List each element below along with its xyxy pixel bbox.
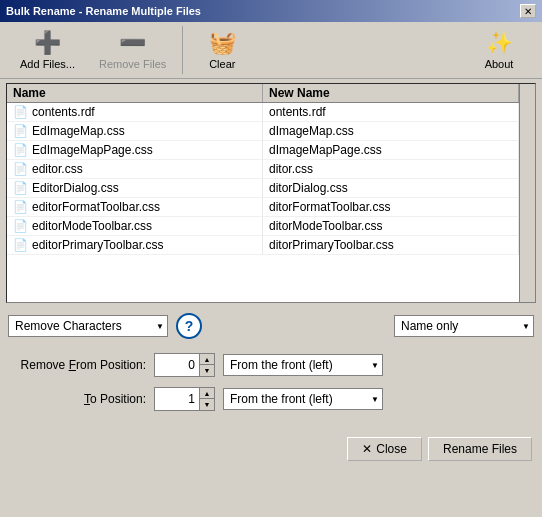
close-icon: ✕ [362, 442, 372, 456]
window-close-button[interactable]: ✕ [520, 4, 536, 18]
to-position-row: To Position: ▲ ▼ From the front (left) F… [16, 387, 526, 411]
remove-from-direction-wrapper: From the front (left) From the back (rig… [223, 354, 383, 376]
close-button[interactable]: ✕ Close [347, 437, 422, 461]
file-new-name-cell: ditorPrimaryToolbar.css [263, 236, 519, 254]
table-row[interactable]: 📄 editorPrimaryToolbar.css ditorPrimaryT… [7, 236, 519, 255]
file-name: editorFormatToolbar.css [32, 200, 160, 214]
file-new-name: dImageMapPage.css [269, 143, 382, 157]
column-header-name: Name [7, 84, 263, 102]
file-name: contents.rdf [32, 105, 95, 119]
about-icon: ✨ [486, 30, 513, 56]
file-icon: 📄 [13, 124, 28, 138]
name-only-select[interactable]: Name only Extension only Name & Extensio… [394, 315, 534, 337]
file-icon: 📄 [13, 219, 28, 233]
to-position-direction-select[interactable]: From the front (left) From the back (rig… [223, 388, 383, 410]
remove-from-spin-up[interactable]: ▲ [200, 354, 214, 365]
help-icon: ? [185, 318, 194, 334]
operation-select-wrapper: Remove Characters Add Characters Replace… [8, 315, 168, 337]
to-position-direction-wrapper: From the front (left) From the back (rig… [223, 388, 383, 410]
toolbar: ➕ Add Files... ➖ Remove Files 🧺 Clear ✨ … [0, 22, 542, 79]
table-row[interactable]: 📄 editorFormatToolbar.css ditorFormatToo… [7, 198, 519, 217]
remove-from-input[interactable] [155, 356, 199, 374]
remove-files-button[interactable]: ➖ Remove Files [87, 26, 178, 74]
file-name-cell: 📄 EdImageMapPage.css [7, 141, 263, 159]
options-row: Remove Characters Add Characters Replace… [0, 307, 542, 345]
column-header-newname: New Name [263, 84, 519, 102]
remove-from-label: Remove From Position: [16, 358, 146, 372]
file-name: editorPrimaryToolbar.css [32, 238, 163, 252]
clear-label: Clear [209, 58, 235, 70]
file-new-name: ditorDialog.css [269, 181, 348, 195]
file-new-name-cell: ditorModeToolbar.css [263, 217, 519, 235]
remove-from-spin-buttons: ▲ ▼ [199, 354, 214, 376]
table-row[interactable]: 📄 contents.rdf ontents.rdf [7, 103, 519, 122]
remove-files-label: Remove Files [99, 58, 166, 70]
to-position-spin-buttons: ▲ ▼ [199, 388, 214, 410]
table-row[interactable]: 📄 EdImageMapPage.css dImageMapPage.css [7, 141, 519, 160]
file-name: EditorDialog.css [32, 181, 119, 195]
remove-from-direction-select[interactable]: From the front (left) From the back (rig… [223, 354, 383, 376]
file-name: editorModeToolbar.css [32, 219, 152, 233]
file-new-name-cell: ditor.css [263, 160, 519, 178]
about-button[interactable]: ✨ About [464, 26, 534, 74]
file-list-rows: 📄 contents.rdf ontents.rdf 📄 EdImageMap.… [7, 103, 519, 255]
form-section: Remove From Position: ▲ ▼ From the front… [0, 345, 542, 429]
close-label: Close [376, 442, 407, 456]
to-position-spin: ▲ ▼ [154, 387, 215, 411]
remove-files-icon: ➖ [119, 30, 146, 56]
file-list-header: Name New Name [7, 84, 519, 103]
file-name-cell: 📄 editorModeToolbar.css [7, 217, 263, 235]
file-new-name: ontents.rdf [269, 105, 326, 119]
file-new-name: ditorFormatToolbar.css [269, 200, 390, 214]
operation-select[interactable]: Remove Characters Add Characters Replace… [8, 315, 168, 337]
add-files-button[interactable]: ➕ Add Files... [8, 26, 87, 74]
scrollbar[interactable] [519, 84, 535, 302]
name-only-select-wrapper: Name only Extension only Name & Extensio… [394, 315, 534, 337]
file-icon: 📄 [13, 181, 28, 195]
file-new-name: ditorPrimaryToolbar.css [269, 238, 394, 252]
file-new-name-cell: dImageMap.css [263, 122, 519, 140]
toolbar-separator [182, 26, 183, 74]
add-files-label: Add Files... [20, 58, 75, 70]
clear-button[interactable]: 🧺 Clear [187, 26, 257, 74]
table-row[interactable]: 📄 EdImageMap.css dImageMap.css [7, 122, 519, 141]
file-name-cell: 📄 editorPrimaryToolbar.css [7, 236, 263, 254]
to-position-label: To Position: [16, 392, 146, 406]
file-new-name-cell: dImageMapPage.css [263, 141, 519, 159]
file-new-name: dImageMap.css [269, 124, 354, 138]
table-row[interactable]: 📄 editorModeToolbar.css ditorModeToolbar… [7, 217, 519, 236]
to-position-input[interactable] [155, 390, 199, 408]
window-title: Bulk Rename - Rename Multiple Files [6, 5, 201, 17]
file-new-name: ditorModeToolbar.css [269, 219, 382, 233]
help-button[interactable]: ? [176, 313, 202, 339]
file-name: EdImageMapPage.css [32, 143, 153, 157]
file-new-name-cell: ditorFormatToolbar.css [263, 198, 519, 216]
file-icon: 📄 [13, 162, 28, 176]
clear-icon: 🧺 [209, 30, 236, 56]
file-icon: 📄 [13, 200, 28, 214]
file-name-cell: 📄 contents.rdf [7, 103, 263, 121]
rename-files-label: Rename Files [443, 442, 517, 456]
file-name: editor.css [32, 162, 83, 176]
file-icon: 📄 [13, 143, 28, 157]
file-name-cell: 📄 EditorDialog.css [7, 179, 263, 197]
file-name-cell: 📄 editorFormatToolbar.css [7, 198, 263, 216]
file-new-name-cell: ditorDialog.css [263, 179, 519, 197]
table-row[interactable]: 📄 EditorDialog.css ditorDialog.css [7, 179, 519, 198]
rename-files-button[interactable]: Rename Files [428, 437, 532, 461]
file-name: EdImageMap.css [32, 124, 125, 138]
title-bar: Bulk Rename - Rename Multiple Files ✕ [0, 0, 542, 22]
file-icon: 📄 [13, 105, 28, 119]
table-row[interactable]: 📄 editor.css ditor.css [7, 160, 519, 179]
file-name-cell: 📄 editor.css [7, 160, 263, 178]
file-name-cell: 📄 EdImageMap.css [7, 122, 263, 140]
remove-from-spin: ▲ ▼ [154, 353, 215, 377]
add-files-icon: ➕ [34, 30, 61, 56]
to-position-spin-up[interactable]: ▲ [200, 388, 214, 399]
file-new-name-cell: ontents.rdf [263, 103, 519, 121]
file-list-container: Name New Name 📄 contents.rdf ontents.rdf… [6, 83, 536, 303]
to-position-spin-down[interactable]: ▼ [200, 399, 214, 410]
remove-from-spin-down[interactable]: ▼ [200, 365, 214, 376]
footer-row: ✕ Close Rename Files [0, 429, 542, 469]
remove-from-row: Remove From Position: ▲ ▼ From the front… [16, 353, 526, 377]
